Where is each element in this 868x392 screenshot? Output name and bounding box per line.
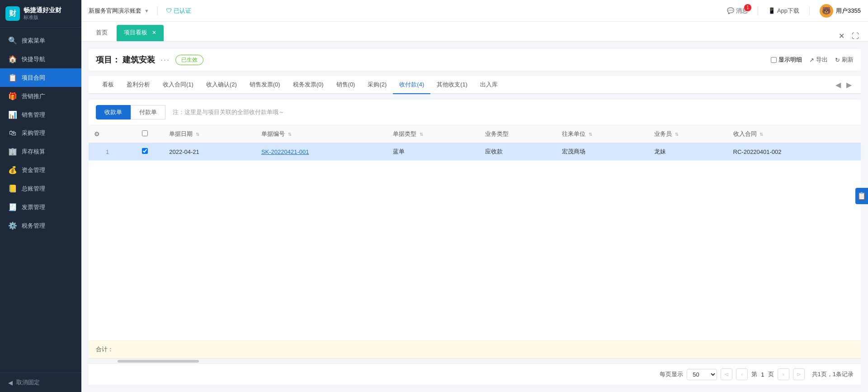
export-button[interactable]: ↗ 导出 (809, 56, 828, 64)
subtab-income-contract[interactable]: 收入合同(1) (156, 76, 200, 94)
user-avatar: 🐻 (820, 4, 833, 18)
sidebar-item-label: 发票管理 (22, 203, 45, 211)
row-type: 蓝单 (387, 143, 480, 161)
sidebar-item-marketing[interactable]: 🎁 营销推广 (0, 87, 81, 105)
inventory-icon: 🏢 (8, 147, 17, 156)
account-selector[interactable]: 新服务官网演示账套 ▼ (89, 7, 149, 15)
col-salesperson[interactable]: 业务员 ⇅ (649, 125, 727, 143)
settings-icon: ⚙ (94, 130, 100, 138)
project-actions: 显示明细 ↗ 导出 ↻ 刷新 (771, 56, 854, 64)
row-checkbox[interactable] (142, 148, 148, 154)
sidebar-item-tax[interactable]: ⚙️ 税务管理 (0, 216, 81, 235)
message-button[interactable]: 💬 消息 1 (727, 7, 748, 15)
col-gear[interactable]: ⚙ (89, 125, 126, 143)
subtab-nav: ◀ ▶ (834, 79, 854, 91)
subtab-purchase[interactable]: 采购(2) (361, 76, 393, 94)
col-type[interactable]: 单据类型 ⇅ (387, 125, 480, 143)
maximize-window-icon[interactable]: ⛶ (850, 31, 861, 41)
show-detail-checkbox[interactable]: 显示明细 (771, 56, 802, 64)
toggle-note: 注：这里是与项目关联的全部收付款单哦～ (173, 108, 284, 116)
app-title: 畅捷通好业财 (24, 6, 61, 14)
hscroll-thumb[interactable] (118, 360, 199, 363)
subtab-receipt-payment[interactable]: 收付款(4) (393, 76, 430, 94)
tab-project-board[interactable]: 项目看板 ✕ (117, 25, 164, 41)
topbar: 新服务官网演示账套 ▼ 🛡 已认证 💬 消息 1 📱 App下载 🐻 用户335… (81, 0, 868, 22)
receipt-toggle-btn[interactable]: 收款单 (96, 105, 131, 120)
row-number: 1 (89, 143, 126, 161)
subtab-tax-invoice[interactable]: 税务发票(0) (287, 76, 330, 94)
panel-icon: 📋 (858, 191, 866, 201)
col-partner[interactable]: 往来单位 ⇅ (557, 125, 649, 143)
row-checkbox-cell[interactable] (126, 143, 164, 161)
app-subtitle: 标准版 (24, 14, 61, 21)
sidebar-item-quicknav[interactable]: 🏠 快捷导航 (0, 50, 81, 68)
quicknav-icon: 🏠 (8, 55, 17, 63)
page-next-btn[interactable]: › (778, 368, 789, 380)
export-icon: ↗ (809, 57, 814, 63)
subtab-other-expense[interactable]: 其他收支(1) (430, 76, 474, 94)
col-date[interactable]: 单据日期 ⇅ (164, 125, 256, 143)
page-first-btn[interactable]: ⊲ (721, 368, 732, 380)
tab-close-icon[interactable]: ✕ (152, 29, 156, 36)
topbar-divider-2 (758, 6, 758, 15)
col-biz-type: 业务类型 (480, 125, 557, 143)
sidebar-item-label: 搜索菜单 (22, 37, 45, 45)
subtab-next-icon[interactable]: ▶ (844, 79, 854, 91)
sidebar-item-label: 营销推广 (22, 92, 45, 100)
table-footer: 合计： (89, 340, 861, 358)
sidebar-item-label: 总账管理 (22, 185, 45, 193)
tab-home[interactable]: 首页 (89, 25, 115, 41)
sidebar-header: 财 畅捷通好业财 标准版 (0, 0, 81, 28)
subtab-prev-icon[interactable]: ◀ (834, 79, 843, 91)
sidebar-item-search[interactable]: 🔍 搜索菜单 (0, 31, 81, 50)
contract-sort-icon: ⇅ (760, 132, 763, 137)
show-detail-input[interactable] (771, 57, 777, 63)
subtab-kanban[interactable]: 看板 (96, 76, 120, 94)
message-icon: 💬 (727, 7, 734, 14)
close-window-icon[interactable]: ✕ (837, 31, 846, 41)
sidebar-item-finance[interactable]: 💰 资金管理 (0, 161, 81, 179)
payment-toggle-btn[interactable]: 付款单 (131, 105, 165, 120)
app-title-block: 畅捷通好业财 标准版 (24, 6, 61, 21)
hscrollbar[interactable] (89, 358, 861, 363)
number-sort-icon: ⇅ (288, 132, 292, 137)
col-number[interactable]: 单据编号 ⇅ (256, 125, 387, 143)
row-salesperson: 龙妹 (649, 143, 727, 161)
sidebar-item-contract[interactable]: 📋 项目合同 (0, 68, 81, 87)
float-right-panel-btn[interactable]: 📋 (855, 188, 868, 204)
pagination: 每页显示 50 ⊲ ‹ 第 1 页 › ⊳ 共1页，1条记录 (89, 363, 861, 385)
sidebar-item-ledger[interactable]: 📒 总账管理 (0, 179, 81, 198)
subtab-profit[interactable]: 盈利分析 (120, 76, 156, 94)
col-select-all[interactable] (126, 125, 164, 143)
project-more-icon[interactable]: ··· (160, 55, 170, 65)
sidebar-item-invoice[interactable]: 🧾 发票管理 (0, 198, 81, 216)
sidebar: 财 畅捷通好业财 标准版 🔍 搜索菜单 🏠 快捷导航 📋 项目合同 🎁 营销推广… (0, 0, 81, 392)
per-page-select[interactable]: 50 (687, 369, 717, 380)
sidebar-item-inventory[interactable]: 🏢 库存核算 (0, 142, 81, 161)
topbar-divider-3 (809, 6, 810, 15)
page-last-btn[interactable]: ⊳ (793, 368, 805, 380)
partner-sort-icon: ⇅ (589, 132, 592, 137)
table-row[interactable]: 1 2022-04-21 SK-20220421-001 蓝单 应收款 宏茂商场 (89, 143, 861, 161)
sidebar-item-purchase[interactable]: 🛍 采购管理 (0, 124, 81, 142)
subtab-sales-invoice[interactable]: 销售发票(0) (243, 76, 287, 94)
user-menu[interactable]: 🐻 用户3355 (820, 4, 861, 18)
select-all-checkbox[interactable] (142, 130, 148, 136)
date-sort-icon: ⇅ (196, 132, 199, 137)
user-label: 用户3355 (836, 7, 861, 15)
subtab-sales[interactable]: 销售(0) (330, 76, 362, 94)
subtabs: 看板 盈利分析 收入合同(1) 收入确认(2) 销售发票(0) 税务发票(0) … (89, 76, 861, 94)
row-number-link[interactable]: SK-20220421-001 (256, 143, 387, 161)
col-income-contract[interactable]: 收入合同 ⇅ (728, 125, 861, 143)
subtab-income-confirm[interactable]: 收入确认(2) (200, 76, 243, 94)
tabbar-controls: ✕ ⛶ (837, 31, 861, 41)
sidebar-item-sales[interactable]: 📊 销售管理 (0, 105, 81, 124)
subtab-inout[interactable]: 出入库 (474, 76, 504, 94)
certified-badge: 🛡 已认证 (166, 7, 191, 15)
sidebar-unpin[interactable]: ◀ 取消固定 (0, 373, 81, 392)
page-current: 1 (761, 371, 764, 378)
total-label: 合计： (96, 346, 113, 353)
app-download-button[interactable]: 📱 App下载 (768, 7, 799, 15)
refresh-button[interactable]: ↻ 刷新 (835, 56, 854, 64)
page-prev-btn[interactable]: ‹ (736, 368, 748, 380)
